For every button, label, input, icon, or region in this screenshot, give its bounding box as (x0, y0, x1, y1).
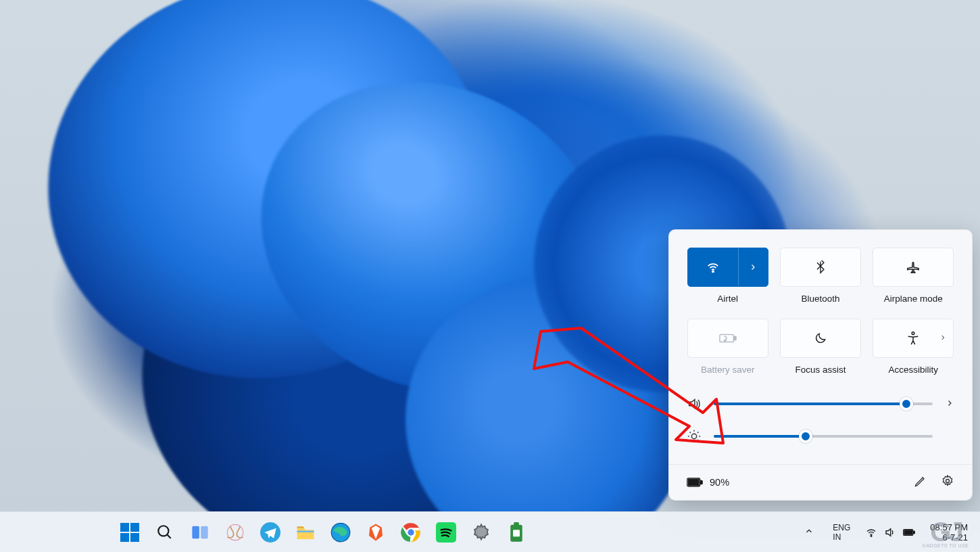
battery-saver-icon (719, 331, 737, 345)
chevron-up-icon (800, 526, 818, 538)
battery-app-icon (506, 522, 527, 543)
bluetooth-icon (814, 260, 827, 274)
airplane-toggle[interactable] (873, 248, 954, 287)
battery-saver-label: Battery saver (701, 365, 755, 375)
battery-icon (903, 526, 915, 538)
wifi-label: Airtel (717, 294, 738, 304)
taskbar-snip[interactable] (220, 518, 250, 547)
svg-point-8 (946, 480, 950, 483)
wifi-icon (706, 260, 720, 275)
svg-rect-11 (192, 526, 199, 538)
brightness-slider-thumb[interactable] (799, 430, 812, 443)
system-tray[interactable] (858, 522, 922, 543)
airplane-label: Airplane mode (884, 294, 943, 304)
bluetooth-toggle[interactable] (780, 248, 861, 287)
svg-point-10 (158, 526, 168, 536)
brightness-slider-row (687, 429, 954, 444)
chrome-icon (400, 522, 422, 543)
accessibility-icon (906, 331, 921, 346)
brightness-slider[interactable] (714, 435, 933, 438)
tray-overflow[interactable] (793, 522, 825, 542)
language-line1: ENG (833, 523, 850, 532)
battery-saver-tile: Battery saver (687, 319, 768, 375)
edge-icon (330, 522, 351, 543)
battery-icon (687, 477, 703, 488)
svg-rect-26 (513, 530, 520, 536)
quick-settings-footer: 90% (669, 464, 972, 500)
settings-icon (470, 522, 492, 543)
gear-icon (941, 474, 954, 488)
quick-settings-panel: Airtel Bluetooth Airplane mode Battery s… (668, 229, 973, 501)
bluetooth-label: Bluetooth (801, 294, 839, 304)
taskbar-spotify[interactable] (431, 518, 461, 547)
task-view-icon (189, 522, 211, 543)
svg-rect-6 (689, 480, 699, 486)
svg-point-3 (912, 332, 914, 335)
brave-icon (365, 522, 387, 543)
svg-rect-2 (734, 336, 736, 340)
taskbar-telegram[interactable] (255, 518, 285, 547)
snip-icon (224, 522, 246, 543)
open-settings[interactable] (941, 474, 954, 490)
focus-assist-label: Focus assist (795, 365, 846, 375)
search-icon (154, 522, 176, 543)
taskbar: ENG IN 08:57 PM 6-7-21 (0, 511, 980, 552)
moon-icon (814, 331, 827, 345)
svg-point-13 (227, 524, 243, 540)
chevron-right-icon (749, 263, 757, 271)
brightness-icon (687, 429, 702, 444)
volume-slider[interactable] (714, 402, 933, 405)
svg-rect-15 (297, 530, 314, 532)
taskbar-chrome[interactable] (396, 518, 426, 547)
bluetooth-tile: Bluetooth (779, 248, 861, 304)
volume-slider-row (687, 396, 954, 411)
volume-icon (884, 526, 896, 538)
svg-point-0 (712, 271, 714, 272)
accessibility-label: Accessibility (889, 365, 939, 375)
battery-status[interactable]: 90% (687, 477, 729, 488)
wifi-toggle[interactable] (687, 248, 768, 287)
wifi-expand[interactable] (738, 248, 768, 286)
telegram-icon (260, 522, 281, 543)
airplane-tile: Airplane mode (873, 248, 954, 304)
focus-assist-toggle[interactable] (780, 319, 861, 358)
spotify-icon (435, 522, 457, 543)
svg-point-27 (871, 535, 872, 536)
taskbar-file-explorer[interactable] (291, 518, 320, 547)
volume-slider-thumb[interactable] (900, 397, 913, 411)
svg-rect-7 (701, 480, 703, 484)
start-icon (119, 522, 141, 543)
taskbar-start[interactable] (115, 518, 145, 547)
svg-point-4 (691, 434, 696, 438)
accessibility-tile: Accessibility (873, 319, 954, 375)
pencil-icon (914, 474, 927, 488)
svg-rect-29 (904, 530, 912, 534)
svg-rect-25 (514, 522, 519, 526)
focus-assist-tile: Focus assist (779, 319, 861, 375)
chevron-right-icon (939, 334, 946, 342)
volume-output-expand[interactable] (945, 399, 954, 409)
airplane-icon (906, 260, 921, 275)
taskbar-edge[interactable] (326, 518, 356, 547)
file-explorer-icon (295, 522, 316, 543)
quick-settings-grid: Airtel Bluetooth Airplane mode Battery s… (687, 248, 954, 375)
accessibility-toggle[interactable] (873, 319, 954, 358)
taskbar-search[interactable] (150, 518, 180, 547)
watermark: GJ GADGETS TO USE (915, 515, 976, 548)
wifi-tile: Airtel (687, 248, 768, 304)
battery-percent: 90% (710, 477, 729, 488)
wifi-icon (865, 526, 877, 538)
edit-quick-settings[interactable] (914, 474, 927, 490)
taskbar-settings[interactable] (466, 518, 496, 547)
svg-rect-12 (201, 526, 208, 538)
language-switcher[interactable]: ENG IN (826, 519, 857, 546)
taskbar-task-view[interactable] (185, 518, 215, 547)
taskbar-battery-app[interactable] (501, 518, 531, 547)
battery-saver-toggle (687, 319, 768, 358)
taskbar-brave[interactable] (361, 518, 391, 547)
volume-icon (687, 396, 702, 411)
language-line2: IN (833, 532, 850, 542)
